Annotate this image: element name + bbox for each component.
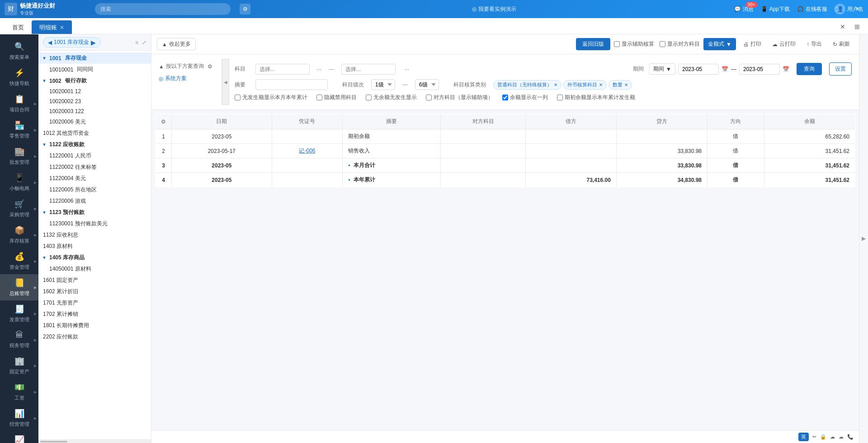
subject-right-input[interactable]: [341, 64, 396, 75]
cb-no-occur-input[interactable]: [235, 95, 241, 100]
win-close-btn[interactable]: ✕: [847, 0, 868, 18]
tree-item-1001[interactable]: ▼ 1001 库存现金: [38, 52, 151, 64]
scheme-gear-icon[interactable]: ⚙: [208, 63, 212, 70]
show-assist-checkbox[interactable]: 显示辅助核算: [614, 40, 654, 48]
settings-icon[interactable]: ⚙: [240, 4, 250, 14]
tree-item-11220004[interactable]: 11220004 美元: [38, 173, 151, 184]
tree-expand-icon[interactable]: ⤢: [142, 39, 146, 46]
tree-item-10010001[interactable]: 10010001 同同同: [38, 64, 151, 75]
return-old-btn[interactable]: 返回旧版: [576, 38, 610, 50]
cb-show-contra-input[interactable]: [426, 95, 432, 100]
category-tag-1[interactable]: 外币核算科目 ✕: [563, 80, 607, 90]
tree-item-1702[interactable]: 1702 累计摊销: [38, 309, 151, 320]
tree-item-10020002[interactable]: 10020002 23: [38, 96, 151, 106]
cloud-print-btn[interactable]: ☁ 云打印: [769, 38, 799, 50]
win-maximize-btn[interactable]: □: [826, 0, 847, 18]
sidebar-item-capital[interactable]: 💰 资金管理: [0, 248, 38, 274]
tree-item-1405[interactable]: ▼ 1405 库存商品: [38, 252, 151, 263]
period-end-input[interactable]: [739, 64, 780, 75]
status-icon-cloud2[interactable]: ☁: [839, 434, 844, 440]
query-btn[interactable]: 查询: [797, 63, 822, 75]
settings-btn[interactable]: 设置: [829, 62, 852, 76]
tree-item-11220002[interactable]: 11220002 往来标签: [38, 162, 151, 173]
tree-item-10020003[interactable]: 10020003 122: [38, 106, 151, 116]
lang-btn[interactable]: 英: [798, 433, 809, 441]
tree-item-1122[interactable]: ▼ 1122 应收账款: [38, 139, 151, 150]
expand-more-btn[interactable]: ▲ 收起更多: [157, 38, 196, 50]
tree-item-1012[interactable]: 1012 其他货币资金: [38, 128, 151, 139]
tree-item-1123[interactable]: ▼ 1123 预付账款: [38, 207, 151, 218]
tree-item-1701[interactable]: 1701 无形资产: [38, 297, 151, 309]
status-icon-edit[interactable]: ✏: [812, 434, 816, 440]
category-tag-2[interactable]: 数量 ✕: [609, 80, 632, 90]
cb-no-occur[interactable]: 无发生额显示本月本年累计: [235, 94, 307, 101]
refresh-btn[interactable]: ↻ 刷新: [829, 38, 854, 50]
tree-list-icon[interactable]: ≡: [135, 39, 138, 46]
period-end-cal-icon[interactable]: 📅: [783, 66, 789, 72]
summary-input[interactable]: [255, 79, 328, 90]
system-scheme-btn[interactable]: ◎ 系统方案: [159, 73, 218, 84]
category-tag-1-close[interactable]: ✕: [599, 82, 603, 87]
cb-begin-year-input[interactable]: [557, 95, 563, 100]
sidebar-item-salary[interactable]: 💵 工资: [0, 379, 38, 405]
export-btn[interactable]: ↑ 导出: [803, 38, 826, 50]
category-tag-0-close[interactable]: ✕: [554, 82, 557, 87]
demo-link[interactable]: ◎ 我要看实例演示: [472, 5, 516, 13]
period-start-cal-icon[interactable]: 📅: [722, 66, 728, 72]
right-collapse-panel[interactable]: ▶: [859, 34, 868, 443]
tree-header-tag[interactable]: ◀ 1001 库存现金 ▶: [43, 37, 101, 48]
tree-item-11230001[interactable]: 11230001 预付账款美元: [38, 218, 151, 229]
cb-begin-year[interactable]: 期初余额显示本年累计发生额: [557, 94, 635, 101]
tab-home[interactable]: 首页: [5, 20, 32, 34]
message-btn[interactable]: 💬 消息 99+: [734, 5, 754, 13]
tree-item-11220001[interactable]: 11220001 人民币: [38, 150, 151, 162]
col-gear-icon[interactable]: ⚙: [161, 119, 166, 125]
tree-item-1132[interactable]: 1132 应收利息: [38, 229, 151, 241]
sidebar-item-ledger[interactable]: 📒 总账管理: [0, 274, 38, 300]
row2-voucher-link[interactable]: 记-006: [299, 148, 315, 154]
sidebar-item-tax[interactable]: 🏛 税务管理: [0, 327, 38, 352]
subject-right-more-btn[interactable]: ···: [405, 66, 409, 72]
sidebar-item-project-contract[interactable]: 📋 项目合同: [0, 91, 38, 117]
tree-item-11220006[interactable]: 11220006 游戏: [38, 195, 151, 207]
tree-scrollbar[interactable]: [38, 439, 151, 443]
sidebar-item-invoice[interactable]: 🧾 发票管理: [0, 300, 38, 327]
sidebar-item-report[interactable]: 📈 小畅报销: [0, 431, 38, 443]
sidebar-item-fixed-assets[interactable]: 🏢 固定资产: [0, 352, 38, 379]
tree-item-1002[interactable]: ▼ 1002 银行存款: [38, 75, 151, 86]
win-minimize-btn[interactable]: ─: [806, 0, 826, 18]
subject-more-btn[interactable]: ···: [317, 66, 321, 72]
cb-show-contra[interactable]: 对方科目（显示辅助项）: [426, 94, 493, 101]
category-tag-0[interactable]: 普通科目（无特殊核算） ✕: [493, 80, 561, 90]
show-assist-input[interactable]: [614, 41, 620, 47]
cb-no-balance[interactable]: 无余额无发生显示: [366, 94, 417, 101]
tab-detail-close[interactable]: ✕: [60, 24, 64, 31]
cb-hide-disabled-input[interactable]: [316, 95, 322, 100]
show-contra-input[interactable]: [660, 41, 665, 47]
header-search-input[interactable]: [95, 3, 231, 15]
category-tag-2-close[interactable]: ✕: [624, 82, 628, 87]
period-mode-select[interactable]: 期间 ▼: [649, 63, 675, 75]
sidebar-item-management[interactable]: 📊 经营管理: [0, 405, 38, 431]
cb-balance-one-col-input[interactable]: [502, 95, 508, 100]
filter-collapse-btn[interactable]: ◀: [222, 59, 229, 105]
status-icon-cloud1[interactable]: ☁: [830, 434, 835, 440]
sidebar-item-quick-nav[interactable]: ⚡ 快捷导航: [0, 64, 38, 91]
tree-item-11220005[interactable]: 11220005 所在地区: [38, 184, 151, 195]
show-contra-checkbox[interactable]: 显示对方科目: [660, 40, 700, 48]
scheme-toggle[interactable]: ▲ 按以下方案查询 ⚙: [159, 62, 218, 70]
tree-item-1601[interactable]: 1601 固定资产: [38, 275, 151, 286]
tree-item-1801[interactable]: 1801 长期待摊费用: [38, 320, 151, 331]
sidebar-item-inventory[interactable]: 📦 库存核算: [0, 222, 38, 248]
tab-detail[interactable]: 明细账 ✕: [32, 20, 72, 34]
app-download-btn[interactable]: 📱 App下载: [761, 5, 790, 13]
amount-mode-btn[interactable]: 金额式 ▼: [703, 38, 736, 50]
tree-item-10020006[interactable]: 10020006 美元: [38, 116, 151, 128]
tree-item-1602[interactable]: 1602 累计折旧: [38, 286, 151, 297]
sidebar-item-mini-ecom[interactable]: 📱 小畅电商: [0, 169, 38, 195]
status-icon-lock[interactable]: 🔒: [820, 434, 826, 440]
cb-hide-disabled[interactable]: 隐藏禁用科目: [316, 94, 357, 101]
print-btn[interactable]: 🖨 打印: [740, 38, 765, 50]
tree-item-10020001[interactable]: 10020001 12: [38, 86, 151, 96]
sidebar-item-retail[interactable]: 🏪 零售管理: [0, 117, 38, 143]
